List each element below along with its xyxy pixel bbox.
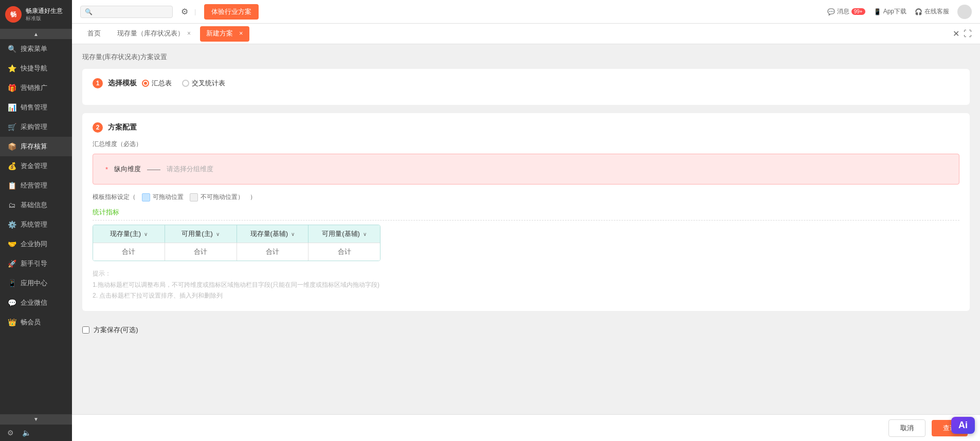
cart-icon: 🛒 (7, 122, 16, 132)
stats-section-label: 统计指标 (93, 208, 959, 220)
gear-icon: ⚙️ (7, 220, 16, 229)
sidebar-item-label: 资金管理 (21, 161, 47, 171)
body-cell-0-1: 合计 (165, 243, 237, 261)
sidebar-item-label: 企业协同 (21, 240, 47, 249)
header-cell-0[interactable]: 现存量(主) ∨ (93, 225, 165, 243)
sidebar-scroll-down[interactable]: ▼ (0, 414, 72, 424)
save-label: 方案保存(可选) (94, 325, 138, 335)
sidebar: 畅 畅康通好生意 标准版 ▲ 🔍 搜索菜单 ⭐ 快捷导航 🎁 营销推广 📊 销售… (0, 0, 72, 441)
sidebar-item-shortcut[interactable]: ⭐ 快捷导航 (0, 59, 72, 78)
dimension-placeholder: 请选择分组维度 (167, 164, 213, 174)
search-icon: 🔍 (7, 44, 16, 53)
content-area: 现存量(库存状况表)方案设置 1 选择模板 汇总表 交叉统计表 (72, 44, 980, 414)
tab-bar: 首页 现存量（库存状况表） × 新建方案 × ✕ ⛶ (72, 24, 980, 44)
required-mark: * (105, 166, 108, 173)
app-icon: 📱 (7, 279, 16, 288)
user-avatar[interactable] (957, 5, 972, 19)
no-drag-box-icon (190, 193, 198, 201)
folder-icon: 🗂 (7, 200, 16, 210)
topbar-search-box[interactable]: 🔍 (80, 6, 173, 18)
tab-home[interactable]: 首页 (80, 25, 108, 43)
chevron-3-icon: ∨ (363, 231, 367, 237)
sidebar-item-label: 经营管理 (21, 181, 47, 190)
metrics-table-header: 现存量(主) ∨ 可用量(主) ∨ 现存量(基辅) ∨ 可用量(基辅) ∨ (93, 225, 380, 243)
sidebar-item-wechat[interactable]: 💬 企业微信 (0, 293, 72, 313)
sidebar-item-label: 畅会员 (21, 318, 41, 327)
tab-expand-button[interactable]: ⛶ (964, 29, 972, 39)
sidebar-item-label: 应用中心 (21, 279, 47, 288)
tip-item-1: 1.拖动标题栏可以调整布局，不可跨维度或指标区域拖动栏目字段(只能在同一维度或指… (93, 280, 959, 291)
sidebar-item-operation[interactable]: 📋 经营管理 (0, 176, 72, 195)
sidebar-item-marketing[interactable]: 🎁 营销推广 (0, 78, 72, 98)
ai-badge[interactable]: Ai (951, 417, 975, 434)
handshake-icon: 🤝 (7, 240, 16, 249)
body-cell-0-0: 合计 (93, 243, 165, 261)
step1-title: 选择模板 (108, 79, 137, 88)
logo-text: 畅康通好生意 标准版 (26, 7, 63, 23)
sidebar-item-newbie[interactable]: 🚀 新手引导 (0, 254, 72, 273)
save-section: 方案保存(可选) (82, 319, 970, 341)
online-support-button[interactable]: 🎧 在线客服 (915, 7, 949, 16)
app-download-button[interactable]: 📱 App下载 (874, 7, 906, 16)
chevron-2-icon: ∨ (291, 231, 295, 237)
tab-new-close[interactable]: × (239, 29, 243, 37)
chat-icon: 💬 (7, 298, 16, 307)
metrics-table-body: 合计 合计 合计 合计 (93, 243, 380, 261)
drag-box-icon (142, 193, 150, 201)
search-input[interactable] (95, 8, 161, 15)
sidebar-item-label: 快捷导航 (21, 64, 47, 73)
sidebar-logo: 畅 畅康通好生意 标准版 (0, 0, 72, 29)
header-cell-1[interactable]: 可用量(主) ∨ (165, 225, 237, 243)
header-cell-2[interactable]: 现存量(基辅) ∨ (237, 225, 309, 243)
gift-icon: 🎁 (7, 83, 16, 93)
sidebar-item-finance[interactable]: 💰 资金管理 (0, 156, 72, 176)
radio-cross-dot (182, 80, 189, 87)
sidebar-item-member[interactable]: 👑 畅会员 (0, 313, 72, 332)
star-icon: ⭐ (7, 64, 16, 73)
indicator-settings-label: 模板指标设定（ (93, 193, 136, 201)
sidebar-scroll-up[interactable]: ▲ (0, 29, 72, 39)
header-cell-3[interactable]: 可用量(基辅) ∨ (308, 225, 380, 243)
radio-summary[interactable]: 汇总表 (142, 79, 172, 88)
sidebar-item-corp[interactable]: 🤝 企业协同 (0, 234, 72, 254)
sidebar-item-inventory[interactable]: 📦 库存核算 (0, 137, 72, 156)
radio-summary-dot (142, 80, 149, 87)
step1-num: 1 (93, 78, 103, 88)
sidebar-item-basic[interactable]: 🗂 基础信息 (0, 195, 72, 215)
sidebar-item-label: 库存核算 (21, 142, 47, 151)
search-icon: 🔍 (85, 8, 93, 15)
footer-bar: 取消 查询 (72, 414, 980, 441)
footer-settings-icon[interactable]: ⚙ (7, 429, 14, 437)
trial-industry-button[interactable]: 体验行业方案 (204, 4, 259, 20)
tips-label: 提示： (93, 270, 111, 277)
message-button[interactable]: 💬 消息 99+ (827, 7, 865, 16)
footer-volume-icon[interactable]: 🔈 (22, 429, 31, 437)
tab-close-button[interactable]: ✕ (953, 29, 959, 39)
dimension-select-area[interactable]: * 纵向维度 —— 请选择分组维度 (93, 154, 959, 185)
sidebar-item-sales[interactable]: 📊 销售管理 (0, 98, 72, 117)
dimension-section-label: 汇总维度（必选） (93, 140, 959, 149)
step2-header: 2 方案配置 (93, 122, 959, 133)
cancel-button[interactable]: 取消 (888, 419, 925, 437)
sidebar-nav: 🔍 搜索菜单 ⭐ 快捷导航 🎁 营销推广 📊 销售管理 🛒 采购管理 📦 库存核… (0, 39, 72, 414)
tabs-actions: ✕ ⛶ (953, 29, 972, 39)
save-checkbox[interactable] (82, 326, 89, 334)
tab-new-plan[interactable]: 新建方案 × (200, 26, 249, 42)
sidebar-item-label: 销售管理 (21, 103, 47, 112)
sidebar-item-system[interactable]: ⚙️ 系统管理 (0, 215, 72, 234)
tab-inventory[interactable]: 现存量（库存状况表） × (110, 25, 198, 43)
sidebar-item-search[interactable]: 🔍 搜索菜单 (0, 39, 72, 59)
clipboard-icon: 📋 (7, 181, 16, 190)
tab-inventory-close[interactable]: × (187, 30, 191, 37)
topbar-settings-icon[interactable]: ⚙ (181, 7, 188, 16)
radio-cross[interactable]: 交叉统计表 (182, 79, 225, 88)
body-cell-0-2: 合计 (237, 243, 309, 261)
sidebar-item-appstore[interactable]: 📱 应用中心 (0, 273, 72, 293)
step1-header: 1 选择模板 汇总表 交叉统计表 (93, 78, 959, 88)
sidebar-item-purchase[interactable]: 🛒 采购管理 (0, 117, 72, 137)
topbar-right: 💬 消息 99+ 📱 App下载 🎧 在线客服 (827, 5, 972, 19)
chevron-1-icon: ∨ (216, 231, 220, 237)
indicator-settings: 模板指标设定（ 可拖动位置 不可拖动位置） ） (93, 193, 959, 201)
sidebar-item-label: 系统管理 (21, 220, 47, 229)
crown-icon: 👑 (7, 318, 16, 327)
